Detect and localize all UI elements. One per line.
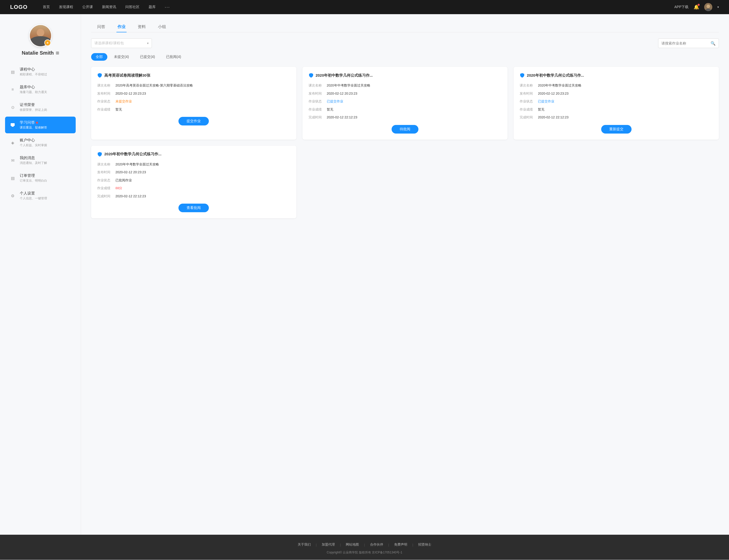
username-text: Natalie Smith [22, 50, 54, 56]
footer-link-franchise[interactable]: 加盟代理 [317, 542, 340, 547]
tab-group[interactable]: 小组 [152, 22, 172, 32]
sidebar-menu: ▤ 课程中心 精彩课程、不容错过 ≡ 题库中心 海量习题、助力通关 ⊙ 证书荣誉 [5, 63, 76, 204]
footer-link-about[interactable]: 关于我们 [292, 542, 316, 547]
hw3-publish-field: 发布时间 2020-02-12 20:23:23 [520, 91, 713, 96]
sidebar-item-course-center[interactable]: ▤ 课程中心 精彩课程、不容错过 [5, 63, 76, 80]
sidebar-avatar-wrap: ★ [29, 24, 52, 47]
homework-card-2: 2020年初中数学几何公式练习作... 课次名称 2020年中考数学全面过关攻略… [302, 67, 508, 140]
homework-card-4: 2020年初中数学几何公式练习作... 课次名称 2020年中考数学全面过关攻略… [91, 146, 296, 219]
hw3-complete-field: 完成时间 2020-02-12 22:12:23 [520, 115, 713, 120]
page-layout: ★ Natalie Smith ⊞ ▤ 课程中心 精彩课程、不容错过 ≡ [0, 14, 729, 535]
sidebar-item-settings[interactable]: ⚙ 个人设置 个人信息、一键管理 [5, 187, 76, 204]
sidebar-item-certificate[interactable]: ⊙ 证书荣誉 收获荣誉、持证上岗 [5, 99, 76, 116]
tab-material[interactable]: 资料 [132, 22, 152, 32]
course-filter-select[interactable]: 请选择课程/课程包 ▾ [91, 38, 152, 48]
hw3-btn-wrap: 重新提交 [520, 125, 713, 134]
hw2-pending-review-button[interactable]: 待批阅 [392, 125, 419, 134]
status-tab-all[interactable]: 全部 [91, 53, 107, 61]
sidebar-item-learning-qa[interactable]: 学习问答 课后重温、疑难解答 [5, 117, 76, 133]
footer-links: 关于我们 | 加盟代理 | 网站地图 | 合作伙伴 | 免费声明 | 招贤纳士 [10, 542, 719, 547]
footer-link-partner[interactable]: 合作伙伴 [365, 542, 388, 547]
status-tab-submitted[interactable]: 已提交(4) [135, 53, 159, 61]
settings-sub: 个人信息、一键管理 [20, 196, 72, 201]
settings-icon: ⚙ [9, 192, 16, 199]
course-center-icon: ▤ [9, 68, 16, 75]
header-dropdown-arrow[interactable]: ▾ [717, 5, 719, 9]
status-tab-reviewed[interactable]: 已批阅(4) [161, 53, 185, 61]
hw3-shield-icon [520, 73, 525, 78]
hw1-course-field: 课次名称 2020年高考英语全面过关攻略-第六期零基础语法攻略 [97, 83, 290, 88]
hw2-btn-wrap: 待批阅 [308, 125, 502, 134]
hw2-shield-icon [308, 73, 313, 78]
footer-link-disclaimer[interactable]: 免费声明 [389, 542, 412, 547]
status-tab-unsubmitted[interactable]: 未提交(4) [109, 53, 133, 61]
hw4-view-review-button[interactable]: 查看批阅 [178, 204, 209, 212]
footer-link-sitemap[interactable]: 网站地图 [341, 542, 364, 547]
nav-discover-courses[interactable]: 发现课程 [59, 5, 73, 9]
certificate-icon: ⊙ [9, 104, 16, 111]
nav-question-bank[interactable]: 题库 [149, 5, 156, 9]
learning-qa-sub: 课后重温、疑难解答 [20, 125, 72, 130]
homework-card-3: 2020年初中数学几何公式练习作... 课次名称 2020年中考数学全面过关攻略… [514, 67, 719, 140]
nav-news[interactable]: 新闻资讯 [102, 5, 116, 9]
qr-code-icon[interactable]: ⊞ [56, 51, 59, 55]
hw2-status-field: 作业状态 已提交作业 [308, 99, 502, 104]
hw4-publish-field: 发布时间 2020-02-12 20:23:23 [97, 170, 290, 175]
hw2-title: 2020年初中数学几何公式练习作... [308, 73, 502, 78]
account-center-sub: 个人权益、实时掌握 [20, 143, 72, 147]
notification-bell[interactable]: 🔔 [694, 4, 699, 10]
svg-point-1 [706, 5, 710, 8]
logo[interactable]: LOGO [10, 4, 28, 10]
sidebar-item-question-bank[interactable]: ≡ 题库中心 海量习题、助力通关 [5, 81, 76, 98]
hw1-status-field: 作业状态 未提交作业 [97, 99, 290, 104]
hw4-course-field: 课次名称 2020年中考数学全面过关攻略 [97, 162, 290, 167]
certificate-sub: 收获荣誉、持证上岗 [20, 108, 72, 112]
sidebar-item-orders[interactable]: ▤ 订单管理 订单支出、明明白白 [5, 170, 76, 186]
footer-link-recruit[interactable]: 招贤纳士 [413, 542, 437, 547]
tab-homework[interactable]: 作业 [111, 22, 132, 32]
account-center-icon: ◈ [9, 139, 16, 146]
hw1-submit-button[interactable]: 提交作业 [178, 117, 209, 125]
hw1-publish-field: 发布时间 2020-02-12 20:23:23 [97, 91, 290, 96]
hw4-complete-field: 完成时间 2020-02-12 22:12:23 [97, 194, 290, 199]
homework-grid: 高考英语试卷阅读理解30张 课次名称 2020年高考英语全面过关攻略-第六期零基… [91, 67, 719, 218]
learning-qa-title: 学习问答 [20, 120, 72, 125]
footer-copyright: Copyright© 云朵商学院 版权所有 京ICP备17051340号-1 [10, 550, 719, 555]
bell-notification-dot [698, 4, 700, 6]
filter-bar: 请选择课程/课程包 ▾ 🔍 [91, 38, 719, 48]
settings-text: 个人设置 个人信息、一键管理 [20, 191, 72, 201]
avatar[interactable] [704, 3, 712, 11]
hw2-publish-field: 发布时间 2020-02-12 20:23:23 [308, 91, 502, 96]
hw1-shield-icon [97, 73, 102, 78]
hw2-course-field: 课次名称 2020年中考数学全面过关攻略 [308, 83, 502, 88]
nav-more[interactable]: ··· [165, 5, 170, 10]
sidebar-item-messages[interactable]: ✉ 我的消息 消息通知、及时了解 [5, 152, 76, 169]
sidebar-profile: ★ Natalie Smith ⊞ [5, 24, 76, 56]
hw3-resubmit-button[interactable]: 重新提交 [601, 125, 632, 134]
nav-open-course[interactable]: 公开课 [82, 5, 93, 9]
hw2-score-field: 作业成绩 暂无 [308, 107, 502, 112]
settings-title: 个人设置 [20, 191, 72, 196]
status-tabs: 全部 未提交(4) 已提交(4) 已批阅(4) [91, 53, 719, 61]
certificate-title: 证书荣誉 [20, 102, 72, 107]
nav-qa-community[interactable]: 问答社区 [125, 5, 139, 9]
nav-home[interactable]: 首页 [43, 5, 50, 9]
app-download-link[interactable]: APP下载 [674, 5, 689, 9]
tab-qa[interactable]: 问答 [91, 22, 111, 32]
hw1-btn-wrap: 提交作业 [97, 117, 290, 125]
sidebar-item-account-center[interactable]: ◈ 账户中心 个人权益、实时掌握 [5, 134, 76, 151]
hw4-status-field: 作业状态 已批阅作业 [97, 178, 290, 183]
main-content: 问答 作业 资料 小组 请选择课程/课程包 ▾ 🔍 全部 未提交(4) 已提交(… [81, 14, 729, 535]
search-input[interactable] [661, 41, 711, 45]
avatar-image [704, 3, 712, 11]
hw3-title: 2020年初中数学几何公式练习作... [520, 73, 713, 78]
learning-qa-dot [36, 122, 38, 124]
account-center-text: 账户中心 个人权益、实时掌握 [20, 138, 72, 147]
hw2-complete-field: 完成时间 2020-02-12 22:12:23 [308, 115, 502, 120]
messages-text: 我的消息 消息通知、及时了解 [20, 156, 72, 165]
hw3-status-field: 作业状态 已提交作业 [520, 99, 713, 104]
header: LOGO 首页 发现课程 公开课 新闻资讯 问答社区 题库 ··· APP下载 … [0, 0, 729, 14]
orders-text: 订单管理 订单支出、明明白白 [20, 173, 72, 183]
course-center-title: 课程中心 [20, 67, 72, 72]
certificate-text: 证书荣誉 收获荣誉、持证上岗 [20, 102, 72, 112]
